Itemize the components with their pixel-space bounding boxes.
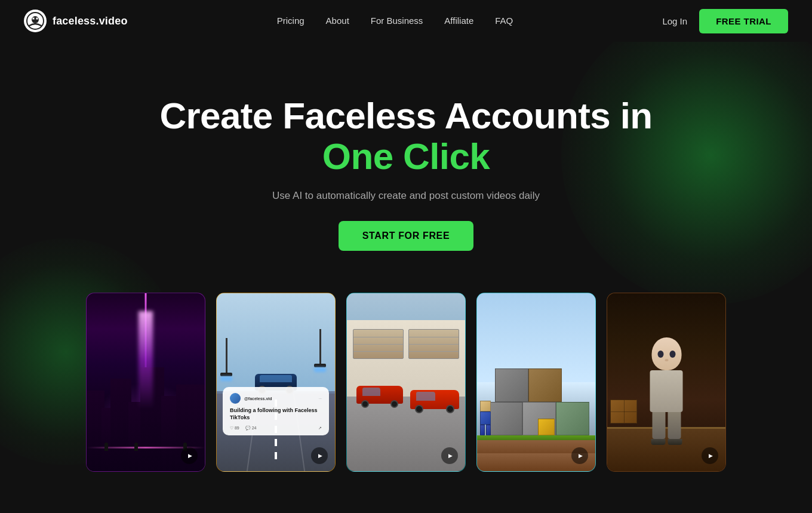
video-card-child[interactable] — [607, 293, 726, 472]
overlay-username: @faceless.vid — [244, 397, 272, 401]
overlay-options: ··· — [319, 397, 322, 400]
nav-pricing[interactable]: Pricing — [277, 16, 304, 26]
video-card-highway[interactable]: @faceless.vid ··· Building a following w… — [216, 293, 336, 472]
video-cards-container: @faceless.vid ··· Building a following w… — [62, 293, 750, 472]
nav-affiliate[interactable]: Affiliate — [444, 16, 473, 26]
child-head — [651, 337, 681, 370]
overlay-title-text: Building a following with Faceless TikTo… — [230, 407, 322, 421]
overlay-stats: ♡ 89 💬 24 ↗ — [230, 426, 322, 431]
navbar: faceless.video Pricing About For Busines… — [0, 0, 812, 42]
free-trial-button[interactable]: FREE TRIAL — [699, 9, 788, 33]
hero-title-accent: One Click — [159, 136, 652, 177]
share-icon: ↗ — [318, 426, 322, 431]
nav-links: Pricing About For Business Affiliate FAQ — [277, 16, 513, 26]
login-button[interactable]: Log In — [662, 16, 687, 26]
nav-for-business[interactable]: For Business — [371, 16, 423, 26]
like-count: ♡ 89 — [230, 426, 239, 431]
hero-subtitle: Use AI to automatically create and post … — [159, 190, 652, 202]
logo-link[interactable]: faceless.video — [24, 10, 128, 32]
hero-title: Create Faceless Accounts in One Click — [159, 96, 652, 177]
nav-about[interactable]: About — [326, 16, 349, 26]
social-overlay: @faceless.vid ··· Building a following w… — [223, 387, 329, 435]
hero-content: Create Faceless Accounts in One Click Us… — [159, 42, 652, 275]
video-card-cyberpunk[interactable] — [86, 293, 205, 472]
video-card-garage[interactable] — [346, 293, 466, 472]
overlay-avatar — [230, 393, 241, 404]
child-figure — [650, 337, 683, 445]
start-for-free-button[interactable]: START FOR FREE — [339, 221, 473, 251]
child-body — [650, 370, 683, 412]
logo-icon — [24, 10, 47, 32]
video-card-minecraft[interactable] — [476, 293, 596, 472]
comment-count: 💬 24 — [245, 426, 257, 431]
child-legs — [650, 412, 683, 439]
nav-right: Log In FREE TRIAL — [662, 9, 788, 33]
nav-faq[interactable]: FAQ — [495, 16, 513, 26]
logo-text: faceless.video — [53, 15, 128, 27]
hero-section: Create Faceless Accounts in One Click Us… — [0, 42, 812, 513]
svg-point-1 — [32, 16, 39, 23]
